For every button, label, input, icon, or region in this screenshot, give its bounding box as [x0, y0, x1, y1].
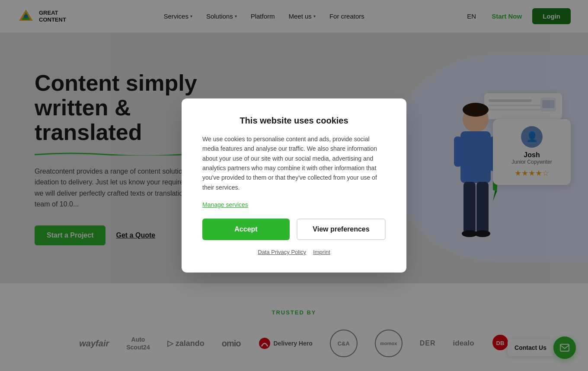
imprint-link[interactable]: Imprint — [313, 249, 330, 255]
cookie-modal-title: This website uses cookies — [202, 116, 386, 126]
view-preferences-button[interactable]: View preferences — [297, 219, 386, 240]
manage-services-link[interactable]: Manage services — [202, 201, 248, 208]
cookie-modal-footer: Data Privacy Policy Imprint — [202, 249, 386, 255]
data-privacy-link[interactable]: Data Privacy Policy — [258, 249, 306, 255]
cookie-modal: This website uses cookies We use cookies… — [182, 98, 406, 273]
cookie-modal-body: We use cookies to personalise content an… — [202, 134, 386, 192]
accept-button[interactable]: Accept — [202, 219, 290, 240]
cookie-modal-overlay: This website uses cookies We use cookies… — [0, 0, 588, 371]
cookie-modal-buttons: Accept View preferences — [202, 219, 386, 240]
